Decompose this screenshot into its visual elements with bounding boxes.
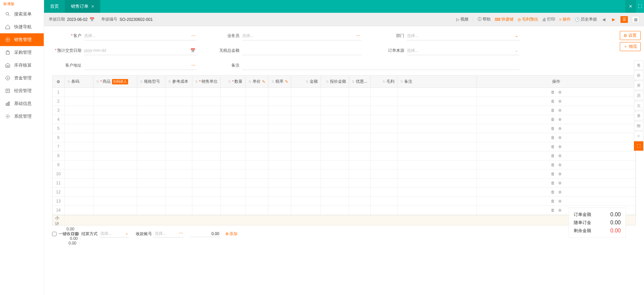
cell-spec[interactable] bbox=[137, 133, 165, 142]
cell-unit[interactable] bbox=[192, 133, 221, 142]
chevron-down-icon[interactable]: ⌄ bbox=[514, 48, 520, 53]
dock-item-1[interactable]: 价 bbox=[634, 71, 643, 80]
cell-unit[interactable] bbox=[192, 170, 221, 178]
cell-discount[interactable] bbox=[349, 160, 371, 169]
cell-quoteamt[interactable] bbox=[321, 115, 349, 124]
cell-amount[interactable] bbox=[291, 188, 321, 196]
tool-profit[interactable]: ◎ 毛利预估 bbox=[518, 16, 538, 22]
edit-icon[interactable]: ✎ bbox=[285, 79, 288, 84]
table-row[interactable]: 9🗑⊕ bbox=[52, 160, 636, 170]
cell-spec[interactable] bbox=[137, 106, 165, 115]
cell-quoteamt[interactable] bbox=[321, 206, 349, 215]
cell-remark[interactable] bbox=[397, 179, 477, 187]
cell-barcode[interactable] bbox=[65, 124, 93, 133]
cell-remark[interactable] bbox=[397, 106, 477, 115]
scan-badge[interactable]: 扫码录入 bbox=[112, 79, 128, 84]
cell-discount[interactable] bbox=[349, 197, 371, 206]
cell-unit[interactable] bbox=[192, 151, 221, 160]
cell-quoteamt[interactable] bbox=[321, 160, 349, 169]
cell-product[interactable] bbox=[93, 188, 137, 196]
tool-history[interactable]: 🕑 历史单据 bbox=[575, 16, 597, 22]
cell-spec[interactable] bbox=[137, 88, 165, 97]
cell-remark[interactable] bbox=[397, 115, 477, 124]
copy-icon[interactable]: ⊕ bbox=[558, 199, 562, 204]
cell-quoteamt[interactable] bbox=[321, 142, 349, 151]
cell-amount[interactable] bbox=[291, 170, 321, 178]
copy-icon[interactable]: ⊕ bbox=[558, 190, 562, 194]
cell-gross[interactable] bbox=[371, 170, 397, 178]
cell-price[interactable] bbox=[245, 151, 268, 160]
cell-refcost[interactable] bbox=[165, 160, 192, 169]
copy-icon[interactable]: ⊕ bbox=[558, 144, 562, 149]
th-gross[interactable]: ⇅毛利 bbox=[371, 76, 397, 87]
tool-print[interactable]: 🖨 打印 bbox=[542, 16, 555, 22]
cell-product[interactable] bbox=[93, 206, 137, 215]
tab-home[interactable]: 首页 bbox=[44, 0, 65, 13]
cell-unit[interactable] bbox=[192, 97, 221, 106]
cell-quoteamt[interactable] bbox=[321, 197, 349, 206]
dock-item-2[interactable]: 库 bbox=[634, 81, 643, 90]
cell-gross[interactable] bbox=[371, 188, 397, 196]
th-unit[interactable]: ⇅*销售单位 bbox=[192, 76, 221, 87]
dept-input[interactable] bbox=[407, 31, 514, 40]
edit-icon[interactable]: ✎ bbox=[262, 79, 265, 84]
cell-refcost[interactable] bbox=[165, 206, 192, 215]
cell-refcost[interactable] bbox=[165, 97, 192, 106]
cell-tax[interactable] bbox=[268, 170, 291, 178]
cell-tax[interactable] bbox=[268, 160, 291, 169]
cell-price[interactable] bbox=[245, 197, 268, 206]
th-price[interactable]: ⇅单价✎ bbox=[245, 76, 268, 87]
address-input[interactable] bbox=[84, 61, 190, 70]
cell-gross[interactable] bbox=[371, 97, 397, 106]
th-spec[interactable]: ⇅规格型号 bbox=[137, 76, 165, 87]
customer-input[interactable] bbox=[84, 31, 190, 40]
cell-price[interactable] bbox=[245, 179, 268, 187]
cell-barcode[interactable] bbox=[65, 106, 93, 115]
tool-shortcut[interactable]: ⌨ 快捷键 bbox=[495, 16, 514, 22]
view-detail-button[interactable]: ☰ bbox=[620, 16, 628, 23]
cell-barcode[interactable] bbox=[65, 151, 93, 160]
cell-barcode[interactable] bbox=[65, 97, 93, 106]
cell-spec[interactable] bbox=[137, 142, 165, 151]
settle-select[interactable]: 选择...⌄ bbox=[99, 230, 129, 237]
cell-remark[interactable] bbox=[397, 151, 477, 160]
cell-quoteamt[interactable] bbox=[321, 106, 349, 115]
cell-product[interactable] bbox=[93, 115, 137, 124]
cell-product[interactable] bbox=[93, 133, 137, 142]
cell-amount[interactable] bbox=[291, 88, 321, 97]
table-row[interactable]: 4🗑⊕ bbox=[52, 115, 636, 124]
cell-remark[interactable] bbox=[397, 88, 477, 97]
dock-item-6[interactable]: 附 bbox=[634, 121, 643, 131]
dock-item-8[interactable]: ⛶ bbox=[634, 141, 643, 151]
th-amount[interactable]: ⇅金额 bbox=[291, 76, 321, 87]
cell-discount[interactable] bbox=[349, 115, 371, 124]
cell-product[interactable] bbox=[93, 160, 137, 169]
cell-spec[interactable] bbox=[137, 115, 165, 124]
cell-price[interactable] bbox=[245, 206, 268, 215]
cell-qty[interactable] bbox=[221, 188, 245, 196]
cell-spec[interactable] bbox=[137, 151, 165, 160]
cell-amount[interactable] bbox=[291, 133, 321, 142]
delete-icon[interactable]: 🗑 bbox=[551, 162, 555, 167]
cell-amount[interactable] bbox=[291, 142, 321, 151]
cell-quoteamt[interactable] bbox=[321, 97, 349, 106]
cell-amount[interactable] bbox=[291, 106, 321, 115]
cell-gross[interactable] bbox=[371, 88, 397, 97]
cell-amount[interactable] bbox=[291, 115, 321, 124]
cell-tax[interactable] bbox=[268, 88, 291, 97]
tab-close-all-button[interactable]: ✕ bbox=[625, 0, 636, 13]
cell-unit[interactable] bbox=[192, 197, 221, 206]
delete-icon[interactable]: 🗑 bbox=[551, 208, 555, 213]
cell-tax[interactable] bbox=[268, 197, 291, 206]
cell-price[interactable] bbox=[245, 97, 268, 106]
copy-icon[interactable]: ⊕ bbox=[558, 117, 562, 122]
cell-gross[interactable] bbox=[371, 115, 397, 124]
totalnotax-input[interactable] bbox=[242, 46, 362, 55]
cell-remark[interactable] bbox=[397, 97, 477, 106]
cell-refcost[interactable] bbox=[165, 188, 192, 196]
cell-unit[interactable] bbox=[192, 124, 221, 133]
table-row[interactable]: 6🗑⊕ bbox=[52, 133, 636, 142]
cell-unit[interactable] bbox=[192, 160, 221, 169]
tool-video[interactable]: ▷ 视频 bbox=[456, 16, 468, 22]
th-remark[interactable]: ⇅备注 bbox=[397, 76, 477, 87]
